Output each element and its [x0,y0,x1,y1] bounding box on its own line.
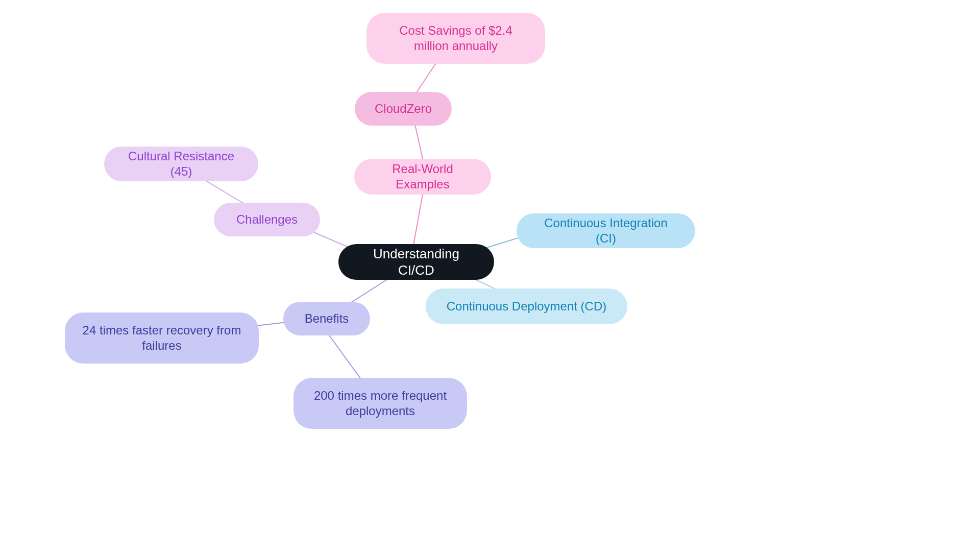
node-benefits-label: Benefits [305,311,349,326]
node-ci-label: Continuous Integration (CI) [533,215,679,246]
node-center-label: Understanding CI/CD [355,246,478,279]
node-benefits: Benefits [283,302,370,335]
edge-layer [0,0,980,553]
node-savings-label: Cost Savings of $2.4 million annually [383,23,529,54]
node-cultural-label: Cultural Resistance (45) [120,149,242,179]
node-examples: Real-World Examples [354,159,491,195]
node-center: Understanding CI/CD [338,244,494,280]
node-examples-label: Real-World Examples [371,161,475,192]
mindmap-canvas: Understanding CI/CD Continuous Integrati… [0,0,980,553]
svg-line-7 [413,189,424,245]
node-cultural: Cultural Resistance (45) [104,147,258,181]
node-challenges-label: Challenges [236,212,298,227]
node-recovery-label: 24 times faster recovery from failures [81,323,242,353]
node-cd: Continuous Deployment (CD) [426,288,627,324]
node-cd-label: Continuous Deployment (CD) [447,299,606,314]
node-ci: Continuous Integration (CI) [517,213,695,248]
node-deployments: 200 times more frequent deployments [293,378,467,429]
node-cloudzero-label: CloudZero [375,101,432,116]
node-challenges: Challenges [214,203,320,236]
node-cloudzero: CloudZero [355,92,452,126]
node-savings: Cost Savings of $2.4 million annually [366,13,545,64]
node-recovery: 24 times faster recovery from failures [65,312,259,364]
node-deployments-label: 200 times more frequent deployments [310,388,451,419]
